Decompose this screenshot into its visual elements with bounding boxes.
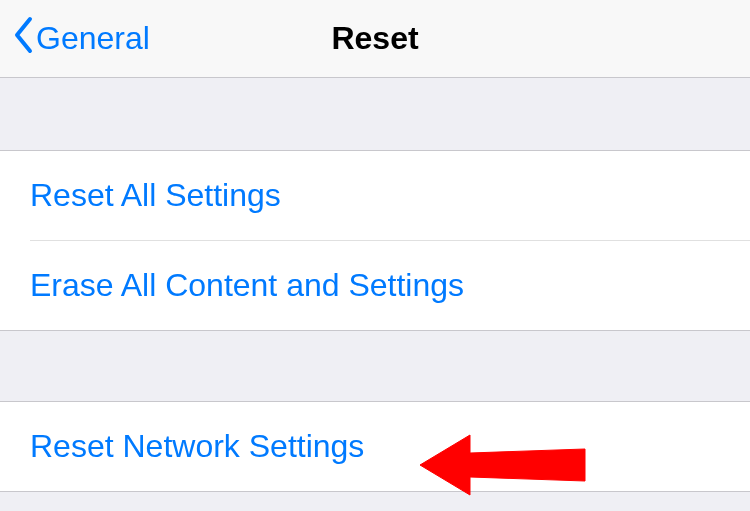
page-title: Reset	[331, 20, 418, 57]
erase-all-content-and-settings[interactable]: Erase All Content and Settings	[0, 241, 750, 330]
reset-options-group-1: Reset All Settings Erase All Content and…	[0, 150, 750, 331]
reset-options-group-2: Reset Network Settings	[0, 401, 750, 492]
section-spacer	[0, 78, 750, 150]
list-item-label: Reset All Settings	[30, 177, 281, 213]
nav-bar: General Reset	[0, 0, 750, 78]
back-button[interactable]: General	[0, 16, 150, 61]
list-item-label: Erase All Content and Settings	[30, 267, 464, 303]
chevron-left-icon	[12, 16, 34, 61]
reset-network-settings[interactable]: Reset Network Settings	[0, 402, 750, 491]
list-item-label: Reset Network Settings	[30, 428, 364, 464]
back-label: General	[36, 20, 150, 57]
section-spacer	[0, 331, 750, 401]
reset-all-settings[interactable]: Reset All Settings	[0, 151, 750, 240]
